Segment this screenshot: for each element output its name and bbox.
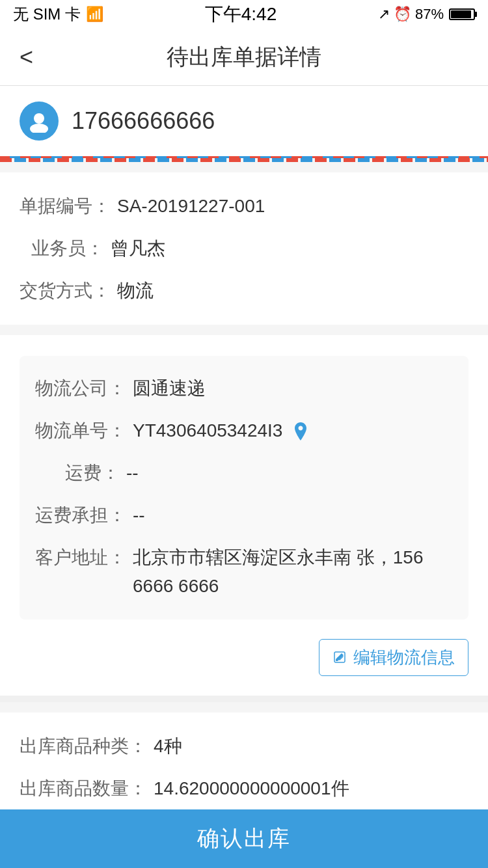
tracking-number: YT43064053424I3 [133, 416, 282, 446]
logistics-section: 物流公司： 圆通速递 物流单号： YT43064053424I3 运费： -- … [0, 335, 488, 696]
logistics-company-row: 物流公司： 圆通速递 [35, 374, 453, 403]
carrier-text: 无 SIM 卡 [13, 4, 81, 25]
wifi-icon: 📶 [86, 6, 103, 23]
status-right: ↗ ⏰ 87% [378, 6, 475, 23]
edit-icon [332, 650, 348, 666]
sales-person-row: 业务员： 曾凡杰 [20, 234, 468, 264]
location-icon: ↗ [378, 6, 390, 23]
basic-info-section: 单据编号： SA-20191227-001 业务员： 曾凡杰 交货方式： 物流 [0, 172, 488, 325]
freight-bearer-value: -- [133, 501, 453, 530]
logistics-company-value: 圆通速递 [133, 374, 453, 403]
avatar [20, 102, 59, 141]
tracking-label: 物流单号： [35, 416, 133, 446]
document-number-label: 单据编号： [20, 192, 117, 221]
logistics-company-label: 物流公司： [35, 374, 133, 403]
delivery-method-value: 物流 [117, 277, 468, 306]
location-icon [290, 421, 311, 442]
sales-person-label: 业务员： [20, 234, 111, 264]
types-row: 出库商品种类： 4种 [20, 732, 468, 761]
document-number-value: SA-20191227-001 [117, 192, 468, 221]
quantity-value: 14.620000000000001件 [154, 774, 468, 804]
back-button[interactable]: < [13, 37, 40, 77]
page-title: 待出库单据详情 [167, 42, 321, 72]
freight-value: -- [126, 459, 453, 488]
sales-person-value: 曾凡杰 [111, 234, 468, 264]
quantity-label: 出库商品数量： [20, 774, 154, 804]
freight-bearer-row: 运费承担： -- [35, 501, 453, 530]
delivery-method-row: 交货方式： 物流 [20, 277, 468, 306]
status-left: 无 SIM 卡 📶 [13, 4, 103, 25]
document-number-row: 单据编号： SA-20191227-001 [20, 192, 468, 221]
delivery-method-label: 交货方式： [20, 277, 117, 306]
status-bar: 无 SIM 卡 📶 下午4:42 ↗ ⏰ 87% [0, 0, 488, 29]
address-value: 北京市市辖区海淀区永丰南 张，156 6666 6666 [133, 543, 453, 602]
types-label: 出库商品种类： [20, 732, 154, 761]
user-phone: 17666666666 [72, 107, 215, 135]
quantity-row: 出库商品数量： 14.620000000000001件 [20, 774, 468, 804]
user-header: 17666666666 [0, 86, 488, 158]
svg-point-1 [30, 124, 48, 133]
battery-icon [449, 8, 475, 20]
battery-percentage: 87% [415, 6, 444, 23]
freight-bearer-label: 运费承担： [35, 501, 133, 530]
alarm-icon: ⏰ [394, 6, 411, 23]
dashed-divider [0, 158, 488, 162]
confirm-outbound-label: 确认出库 [197, 824, 291, 854]
freight-label: 运费： [35, 459, 126, 488]
separator [0, 696, 488, 702]
logistics-card: 物流公司： 圆通速递 物流单号： YT43064053424I3 运费： -- … [20, 356, 468, 619]
freight-row: 运费： -- [35, 459, 453, 488]
confirm-outbound-button[interactable]: 确认出库 [0, 809, 488, 868]
svg-point-0 [34, 113, 44, 124]
address-row: 客户地址： 北京市市辖区海淀区永丰南 张，156 6666 6666 [35, 543, 453, 602]
tracking-value: YT43064053424I3 [133, 416, 453, 446]
navigation-bar: < 待出库单据详情 [0, 29, 488, 86]
types-value: 4种 [154, 732, 468, 761]
time-display: 下午4:42 [205, 2, 277, 27]
edit-logistics-label: 编辑物流信息 [353, 646, 455, 669]
tracking-row: 物流单号： YT43064053424I3 [35, 416, 453, 446]
edit-btn-row: 编辑物流信息 [20, 632, 468, 676]
edit-logistics-button[interactable]: 编辑物流信息 [319, 639, 468, 676]
address-label: 客户地址： [35, 543, 133, 573]
